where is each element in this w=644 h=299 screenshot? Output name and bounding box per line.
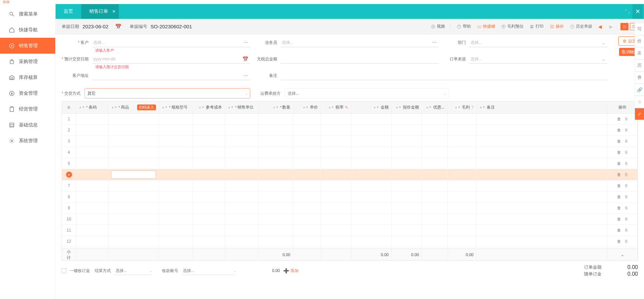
sidebar-item-base[interactable]: 基础信息 (0, 117, 55, 133)
delete-row-icon[interactable]: 🗑 (617, 195, 621, 199)
rail-item-7[interactable]: ⤢ (635, 108, 644, 120)
sidebar-item-fund[interactable]: 资金管理 (0, 85, 55, 101)
fullscreen-icon[interactable] (622, 4, 633, 19)
copy-row-icon[interactable]: ⎘ (625, 195, 627, 199)
prev-doc-icon[interactable]: ◀ (597, 24, 603, 29)
table-row[interactable]: 9🗑⎘ (62, 203, 638, 214)
col-amount[interactable]: ▲▼金额 (351, 101, 392, 113)
settle-select[interactable] (114, 266, 151, 275)
sidebar-item-quicknav[interactable]: 快捷导航 (0, 22, 55, 38)
delete-row-icon[interactable]: 🗑 (617, 172, 621, 177)
delete-row-icon[interactable]: 🗑 (617, 117, 621, 121)
col-spec[interactable]: ▲▼*规格型号 (159, 101, 193, 113)
col-cost[interactable]: ▲▼参考成本 (193, 101, 225, 113)
view-list-icon[interactable] (620, 23, 629, 30)
video-link[interactable]: 视频 (431, 24, 445, 29)
delivery-method-select[interactable] (85, 88, 250, 98)
sidebar-item-purchase[interactable]: 采购管理 (0, 54, 55, 69)
gross-link[interactable]: 毛利预估 (501, 24, 523, 29)
table-row[interactable]: 3🗑⎘ (62, 136, 638, 147)
sidebar-item-sales[interactable]: 销售管理 (0, 38, 55, 54)
copy-row-icon[interactable]: ⎘ (625, 150, 627, 155)
delete-row-icon[interactable]: 🗑 (617, 139, 621, 144)
more-icon[interactable]: ⋯ (244, 40, 248, 45)
table-row[interactable]: 11🗑⎘ (62, 225, 638, 236)
history-link[interactable]: 历史单据 (570, 24, 592, 29)
col-unit[interactable]: ▲▼*销售单位 (225, 101, 259, 113)
edit-icon[interactable]: ✎ (345, 105, 348, 110)
table-row[interactable]: 2🗑⎘ (62, 125, 638, 136)
table-row[interactable]: 7🗑⎘ (62, 180, 638, 191)
copy-row-icon[interactable]: ⎘ (625, 239, 627, 244)
rail-item-2[interactable]: 库 (635, 47, 644, 59)
source-input[interactable] (469, 54, 608, 64)
delete-row-icon[interactable]: 🗑 (617, 206, 621, 210)
copy-row-icon[interactable]: ⎘ (625, 206, 627, 210)
copy-row-icon[interactable]: ⎘ (625, 217, 627, 221)
sidebar-item-system[interactable]: 系统管理 (0, 133, 55, 149)
more-icon[interactable]: ⋯ (432, 40, 437, 45)
sidebar-item-business[interactable]: 经营管理 (0, 101, 55, 117)
table-row[interactable]: 8🗑⎘ (62, 191, 638, 203)
col-settings[interactable]: ⚙ (62, 101, 76, 113)
col-taxrate[interactable]: ▲▼税率✎ (321, 101, 351, 113)
col-profit[interactable]: ▲▼毛利? (448, 101, 477, 113)
delete-row-icon[interactable]: 🗑 (617, 228, 621, 233)
one-click-deposit-checkbox[interactable] (62, 268, 66, 273)
operate-link[interactable]: 操作 (550, 24, 564, 29)
delete-row-icon[interactable]: 🗑 (617, 161, 621, 166)
col-remark[interactable]: ▲▼备注 (477, 101, 607, 113)
expect-date-input[interactable] (92, 54, 250, 64)
delete-row-icon[interactable]: 🗑 (617, 217, 621, 221)
doc-date-value[interactable]: 2023-06-02 (83, 24, 108, 29)
remark-input[interactable] (281, 71, 608, 80)
shortcut-link[interactable]: 快捷键 (477, 24, 495, 29)
calendar-icon[interactable]: 📅 (243, 56, 248, 62)
copy-row-icon[interactable]: ⎘ (625, 183, 627, 188)
help-link[interactable]: 帮助 (457, 24, 471, 29)
chevron-down-icon[interactable]: ⌄ (602, 40, 606, 45)
print-link[interactable]: 打印 (529, 24, 544, 29)
table-row[interactable]: 5🗑⎘ (62, 158, 638, 169)
pretax-input[interactable] (281, 54, 439, 64)
delete-row-icon[interactable]: 🗑 (617, 183, 621, 188)
close-icon[interactable]: ✕ (112, 9, 116, 14)
tab-sales-order[interactable]: 销售订单 ✕ (81, 4, 119, 19)
sidebar-item-search[interactable]: 搜索菜单 (0, 6, 55, 22)
copy-row-icon[interactable]: ⎘ (625, 128, 627, 132)
department-input[interactable] (469, 38, 608, 47)
chevron-down-icon[interactable]: ⌄ (621, 252, 624, 257)
tab-home[interactable]: 首页 (56, 4, 81, 19)
table-row[interactable]: 4🗑⎘ (62, 147, 638, 158)
scan-badge[interactable]: 扫码录入 (137, 104, 156, 110)
acct-select[interactable] (182, 266, 235, 275)
rail-item-6[interactable]: ☆ (635, 96, 644, 108)
sidebar-item-stock[interactable]: 库存核算 (0, 69, 55, 85)
copy-row-icon[interactable]: ⎘ (625, 139, 627, 144)
salesperson-input[interactable] (281, 38, 439, 47)
col-product[interactable]: ▲▼*商品扫码录入 (108, 101, 159, 113)
table-row[interactable]: 1🗑⎘ (62, 114, 638, 125)
rail-item-0[interactable]: 写 (635, 23, 644, 35)
rail-item-4[interactable]: 券 (635, 71, 644, 84)
next-doc-icon[interactable]: ▶ (608, 24, 614, 29)
delete-row-icon[interactable]: 🗑 (617, 150, 621, 155)
copy-row-icon[interactable]: ⎘ (625, 161, 627, 166)
chevron-down-icon[interactable]: ⌄ (602, 56, 606, 62)
copy-row-icon[interactable]: ⎘ (625, 228, 627, 233)
help-icon[interactable]: ? (471, 105, 474, 110)
copy-row-icon[interactable]: ⎘ (625, 172, 627, 177)
rail-item-1[interactable]: 价 (635, 35, 644, 47)
col-qty[interactable]: ▲▼*数量 (259, 101, 293, 113)
add-button[interactable]: ➕添加 (283, 268, 298, 274)
product-cell-input[interactable] (111, 171, 156, 179)
add-row-icon[interactable]: + (66, 172, 72, 178)
customer-input[interactable] (92, 38, 250, 47)
delete-row-icon[interactable]: 🗑 (617, 128, 621, 132)
col-barcode[interactable]: ▲▼*条码 (76, 101, 108, 113)
rail-item-5[interactable]: 🔗 (635, 84, 644, 96)
table-row[interactable]: 12🗑⎘ (62, 236, 638, 247)
tabs-close-all-icon[interactable]: ✕ (633, 4, 643, 19)
delete-row-icon[interactable]: 🗑 (617, 239, 621, 244)
more-icon[interactable]: ⋯ (244, 73, 248, 78)
